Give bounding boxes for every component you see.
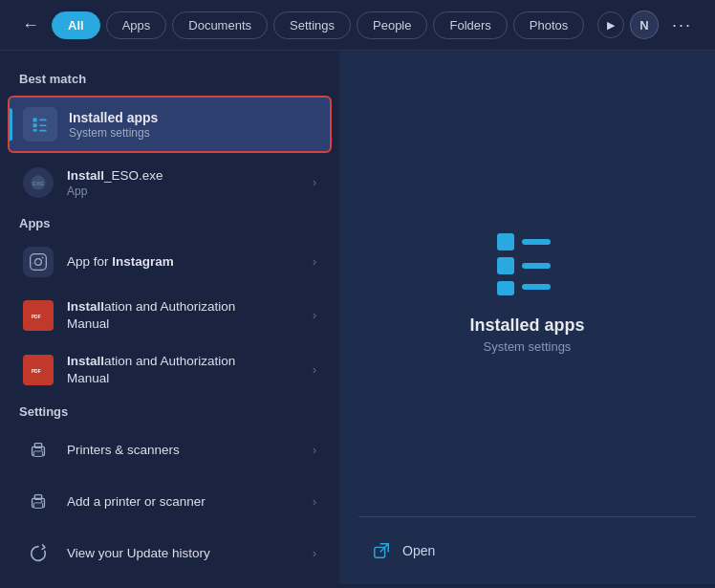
svg-rect-27 bbox=[522, 263, 551, 269]
instagram-icon: + bbox=[29, 252, 48, 272]
add-printer-title: Add a printer or scanner bbox=[67, 493, 299, 511]
install-eso-text: Install_ESO.exe App bbox=[67, 167, 299, 198]
right-app-desc: System settings bbox=[484, 339, 572, 354]
play-icon: ▶ bbox=[607, 19, 615, 32]
printer-icon-1 bbox=[28, 440, 49, 461]
instagram-app-title: App for Instagram bbox=[67, 253, 299, 271]
tab-photos[interactable]: Photos bbox=[513, 11, 584, 39]
tab-settings[interactable]: Settings bbox=[273, 11, 351, 39]
printer-icon-1-box bbox=[23, 435, 54, 466]
printers-scanners-chevron: › bbox=[313, 444, 316, 457]
svg-point-19 bbox=[41, 448, 43, 450]
svg-rect-22 bbox=[34, 495, 41, 500]
install-auth-manual-1-chevron: › bbox=[313, 309, 316, 322]
svg-rect-28 bbox=[497, 281, 514, 295]
add-printer-chevron: › bbox=[313, 495, 316, 509]
update-history-item[interactable]: View your Update history › bbox=[4, 528, 336, 579]
tab-all[interactable]: All bbox=[52, 11, 100, 39]
tab-folders[interactable]: Folders bbox=[433, 11, 507, 39]
add-printer-item[interactable]: Add a printer or scanner › bbox=[4, 476, 336, 528]
more-button[interactable]: ··· bbox=[664, 11, 700, 39]
svg-rect-26 bbox=[497, 257, 514, 274]
svg-text:EXE: EXE bbox=[32, 181, 44, 186]
play-button[interactable]: ▶ bbox=[597, 11, 624, 38]
instagram-app-text: App for Instagram bbox=[67, 253, 299, 271]
instagram-icon-box: + bbox=[23, 247, 54, 277]
svg-rect-5 bbox=[39, 130, 46, 132]
svg-point-9 bbox=[35, 259, 42, 266]
svg-text:PDF: PDF bbox=[32, 313, 41, 318]
install-auth-manual-1-text: Installation and AuthorizationManual bbox=[67, 298, 299, 332]
instagram-chevron: › bbox=[313, 255, 316, 269]
svg-point-10 bbox=[42, 257, 44, 259]
printer-icon-2 bbox=[28, 491, 49, 512]
tab-documents[interactable]: Documents bbox=[172, 11, 268, 39]
install-eso-item[interactable]: EXE Install_ESO.exe App › bbox=[4, 157, 336, 208]
settings-section-label: Settings bbox=[0, 397, 339, 425]
right-app-name: Installed apps bbox=[469, 316, 584, 336]
printers-scanners-title: Printers & scanners bbox=[67, 442, 299, 459]
best-match-item[interactable]: Installed apps System settings bbox=[8, 96, 332, 153]
best-match-text: Installed apps System settings bbox=[69, 110, 316, 140]
right-actions: Open bbox=[339, 517, 715, 584]
install-auth-manual-2-chevron: › bbox=[313, 363, 316, 377]
left-panel: Best match Installed apps System setting… bbox=[0, 51, 339, 584]
svg-rect-24 bbox=[497, 233, 514, 250]
right-panel: Installed apps System settings Open bbox=[339, 51, 715, 584]
best-match-title: Installed apps bbox=[69, 110, 316, 125]
svg-rect-0 bbox=[33, 118, 37, 121]
tab-apps[interactable]: Apps bbox=[106, 11, 167, 39]
svg-rect-25 bbox=[522, 239, 551, 245]
install-auth-manual-2-title: Installation and AuthorizationManual bbox=[67, 353, 299, 386]
top-nav: ← All Apps Documents Settings People Fol… bbox=[0, 0, 715, 51]
install-eso-title: Install_ESO.exe bbox=[67, 167, 299, 185]
svg-point-23 bbox=[41, 500, 43, 502]
update-history-chevron: › bbox=[313, 547, 316, 560]
right-top: Installed apps System settings bbox=[339, 51, 715, 516]
open-external-icon bbox=[373, 542, 390, 559]
svg-rect-29 bbox=[522, 284, 551, 290]
pdf-icon-1: PDF bbox=[23, 300, 54, 331]
pdf-file-icon-2: PDF bbox=[28, 359, 49, 381]
svg-rect-2 bbox=[33, 123, 37, 127]
main-layout: Best match Installed apps System setting… bbox=[0, 51, 715, 584]
svg-rect-3 bbox=[39, 124, 46, 126]
pdf-file-icon-1: PDF bbox=[28, 305, 49, 326]
update-history-text: View your Update history bbox=[67, 545, 299, 562]
install-auth-manual-1-item[interactable]: PDF Installation and AuthorizationManual… bbox=[4, 288, 336, 342]
open-action-label: Open bbox=[402, 543, 435, 558]
install-eso-subtitle: App bbox=[67, 185, 299, 198]
install-auth-manual-2-text: Installation and AuthorizationManual bbox=[67, 353, 299, 386]
exe-icon: EXE bbox=[30, 174, 47, 191]
printer-icon-2-box bbox=[23, 487, 54, 517]
tab-people[interactable]: People bbox=[357, 11, 427, 39]
svg-rect-21 bbox=[33, 503, 42, 509]
install-auth-manual-1-title: Installation and AuthorizationManual bbox=[67, 298, 299, 332]
update-icon bbox=[28, 543, 49, 564]
pdf-icon-2: PDF bbox=[23, 355, 54, 385]
app-icon-large bbox=[489, 224, 566, 300]
printers-scanners-item[interactable]: Printers & scanners › bbox=[4, 425, 336, 476]
svg-text:PDF: PDF bbox=[32, 367, 41, 373]
install-eso-icon: EXE bbox=[23, 167, 54, 198]
user-button[interactable]: N bbox=[630, 11, 659, 39]
best-match-label: Best match bbox=[0, 64, 339, 92]
instagram-app-item[interactable]: + App for Instagram › bbox=[4, 236, 336, 288]
svg-text:+: + bbox=[32, 260, 34, 265]
installed-apps-icon-box bbox=[23, 107, 57, 142]
svg-rect-18 bbox=[34, 444, 41, 448]
open-action-item[interactable]: Open bbox=[362, 533, 692, 569]
user-initial: N bbox=[639, 18, 648, 33]
printers-scanners-text: Printers & scanners bbox=[67, 442, 299, 459]
apps-section-label: Apps bbox=[0, 208, 339, 236]
add-printer-text: Add a printer or scanner bbox=[67, 493, 299, 511]
svg-rect-17 bbox=[33, 451, 42, 457]
update-history-title: View your Update history bbox=[67, 545, 299, 562]
open-icon bbox=[372, 542, 391, 559]
svg-rect-1 bbox=[39, 120, 46, 121]
update-icon-box bbox=[23, 538, 54, 569]
svg-rect-4 bbox=[33, 129, 37, 132]
best-match-subtitle: System settings bbox=[69, 126, 316, 140]
back-button[interactable]: ← bbox=[15, 10, 46, 40]
install-auth-manual-2-item[interactable]: PDF Installation and AuthorizationManual… bbox=[4, 342, 336, 397]
